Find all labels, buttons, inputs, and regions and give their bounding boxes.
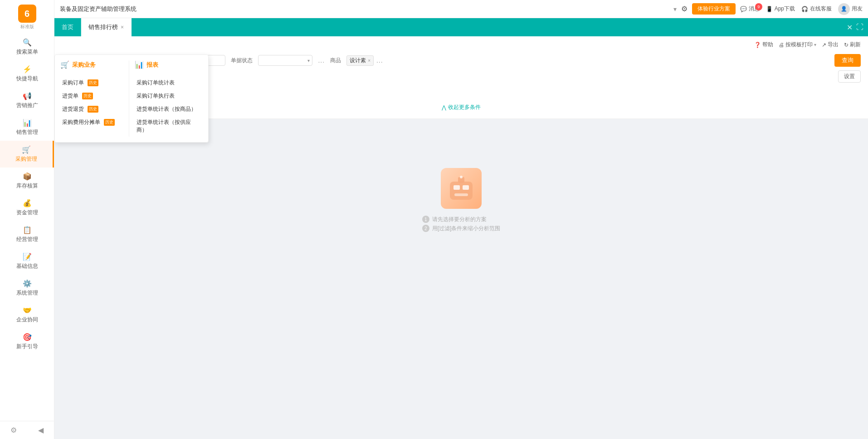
popup-item-badge-1: 历史 <box>82 93 93 99</box>
refresh-icon: ↻ <box>844 42 848 48</box>
sidebar-item-cooperation[interactable]: 🤝企业协同 <box>0 301 54 328</box>
sidebar-item-label-purchase: 采购管理 <box>15 155 37 163</box>
quick-nav-icon: ⚡ <box>23 65 32 74</box>
popup-report-title: 📊报表 <box>135 60 203 72</box>
sidebar-item-label-inventory: 库存核算 <box>16 182 38 190</box>
popup-item-label: 进货单 <box>62 92 78 100</box>
export-icon: ↗ <box>822 42 826 48</box>
popup-item-label: 进货退货 <box>62 105 84 113</box>
cooperation-icon: 🤝 <box>23 306 32 315</box>
print-dropdown-icon[interactable]: ▾ <box>814 42 816 47</box>
export-link[interactable]: ↗ 导出 <box>822 41 839 49</box>
sidebar-item-label-quick-nav: 快捷导航 <box>16 75 38 83</box>
popup-purchase-title: 🛒采购业务 <box>60 60 129 72</box>
sidebar-item-inventory[interactable]: 📦库存核算 <box>0 168 54 194</box>
goods-tag: 设计素 × <box>346 55 374 66</box>
svg-rect-0 <box>450 182 473 200</box>
popup-purchase-item-3[interactable]: 采购费用分摊单历史 <box>60 116 129 129</box>
user-menu[interactable]: 👤 用友 <box>838 3 863 15</box>
logo-label: 标准版 <box>20 24 34 30</box>
popup-purchase-item-0[interactable]: 采购订单历史 <box>60 76 129 89</box>
popup-report-col: 📊报表采购订单统计表采购订单执行表进货单统计表（按商品）进货单统计表（按供应商） <box>129 60 203 137</box>
system-icon: ⚙️ <box>23 279 32 288</box>
sidebar-item-purchase[interactable]: 🛒采购管理 <box>0 141 54 168</box>
print-link[interactable]: 🖨 按模板打印 ▾ <box>779 41 816 49</box>
popup-report-item-label: 采购订单执行表 <box>137 92 175 100</box>
app-download-label: App下载 <box>775 5 795 13</box>
header-actions: 💬 消息 9 📱 App下载 🎧 在线客服 👤 用友 <box>740 3 863 15</box>
voucher-status-label: 单据状态 <box>231 57 253 64</box>
sidebar-item-finance[interactable]: 💰资金管理 <box>0 194 54 221</box>
settings-gear-icon[interactable]: ⚙ <box>681 5 688 13</box>
notification-badge: 9 <box>755 3 762 10</box>
tab-maximize-icon[interactable]: ⛶ <box>856 23 863 31</box>
notification-btn[interactable]: 💬 消息 9 <box>740 5 760 13</box>
industry-btn[interactable]: 体验行业方案 <box>692 3 736 15</box>
voucher-status-select[interactable] <box>258 55 312 66</box>
popup-purchase-item-1[interactable]: 进货单历史 <box>60 89 129 103</box>
svg-point-5 <box>460 176 463 178</box>
dropdown-arrow-icon[interactable]: ▾ <box>673 5 677 13</box>
popup-purchase-col: 🛒采购业务采购订单历史进货单历史进货退货历史采购费用分摊单历史 <box>60 60 129 137</box>
content-area: ❓ 帮助 🖨 按模板打印 ▾ ↗ 导出 ↻ 刷新 <box>54 36 868 439</box>
online-service-btn[interactable]: 🎧 在线客服 <box>801 5 832 13</box>
popup-report-item-0[interactable]: 采购订单统计表 <box>135 76 203 89</box>
online-service-label: 在线客服 <box>810 5 832 13</box>
goods-tag-text: 设计素 <box>350 57 366 64</box>
marketing-icon: 📢 <box>23 92 32 100</box>
sidebar-item-operations[interactable]: 📋经营管理 <box>0 221 54 248</box>
popup-report-item-1[interactable]: 采购订单执行表 <box>135 89 203 103</box>
help-label: 帮助 <box>762 41 773 49</box>
username-label: 用友 <box>852 5 863 13</box>
collapse-arrow-icon: ⋀ <box>442 104 446 111</box>
collapse-icon[interactable]: ◀ <box>38 426 44 434</box>
settings-icon[interactable]: ⚙ <box>10 426 17 434</box>
refresh-link[interactable]: ↻ 刷新 <box>844 41 861 49</box>
tab-close-window-icon[interactable]: ✕ <box>847 23 853 32</box>
sidebar-item-newbie[interactable]: 🎯新手引导 <box>0 328 54 355</box>
sidebar-item-system[interactable]: ⚙️系统管理 <box>0 275 54 301</box>
popup-item-badge-0: 历史 <box>88 79 98 86</box>
report-title-icon: 📊 <box>135 60 144 69</box>
purchase-icon: 🛒 <box>22 145 31 154</box>
popup-report-item-3[interactable]: 进货单统计表（按供应商） <box>135 116 203 137</box>
bell-icon: 💬 <box>740 6 747 12</box>
tab-close-icon[interactable]: × <box>121 24 124 30</box>
popup-item-badge-2: 历史 <box>88 106 98 113</box>
sidebar-item-label-operations: 经营管理 <box>16 236 38 243</box>
collapse-label: 收起更多条件 <box>448 104 481 111</box>
help-link[interactable]: ❓ 帮助 <box>754 41 773 49</box>
voucher-status-select-wrap <box>258 55 312 66</box>
operations-icon: 📋 <box>23 226 32 234</box>
app-download-btn[interactable]: 📱 App下载 <box>766 5 795 13</box>
print-icon: 🖨 <box>779 42 784 48</box>
goods-tag-close[interactable]: × <box>368 58 371 63</box>
robot-svg <box>445 173 477 204</box>
voucher-status-dots[interactable]: ... <box>318 57 325 64</box>
sidebar-item-marketing[interactable]: 📢营销推广 <box>0 87 54 114</box>
sidebar-item-label-sales: 销售管理 <box>16 128 38 136</box>
set-button[interactable]: 设置 <box>838 70 861 83</box>
hint-num-1: 1 <box>422 216 429 223</box>
sidebar-item-basic[interactable]: 📝基础信息 <box>0 248 54 275</box>
query-button[interactable]: 查询 <box>834 54 861 67</box>
sidebar-item-quick-nav[interactable]: ⚡快捷导航 <box>0 60 54 87</box>
tab-spacer <box>132 18 842 36</box>
sidebar-item-label-cooperation: 企业协同 <box>16 316 38 324</box>
sidebar-item-search[interactable]: 🔍搜索菜单 <box>0 34 54 60</box>
empty-state: 1 请先选择要分析的方案 2 用[过滤]条件来缩小分析范围 <box>54 119 868 282</box>
sidebar-item-sales[interactable]: 📊销售管理 <box>0 114 54 141</box>
tab-sales-rank[interactable]: 销售排行榜 × <box>81 18 132 36</box>
popup-item-label: 采购订单 <box>62 79 84 87</box>
purchase-popup-menu: 🛒采购业务采购订单历史进货单历史进货退货历史采购费用分摊单历史📊报表采购订单统计… <box>54 54 209 143</box>
sidebar-item-label-newbie: 新手引导 <box>16 343 38 350</box>
goods-dots[interactable]: ... <box>376 57 383 64</box>
headset-icon: 🎧 <box>801 6 808 12</box>
purchase-title-icon: 🛒 <box>60 60 69 69</box>
popup-report-item-2[interactable]: 进货单统计表（按商品） <box>135 103 203 116</box>
tab-home[interactable]: 首页 <box>54 18 81 36</box>
popup-purchase-item-2[interactable]: 进货退货历史 <box>60 103 129 116</box>
popup-report-item-label: 采购订单统计表 <box>137 79 175 87</box>
popup-item-badge-3: 历史 <box>104 119 115 126</box>
goods-label: 商品 <box>330 57 341 64</box>
